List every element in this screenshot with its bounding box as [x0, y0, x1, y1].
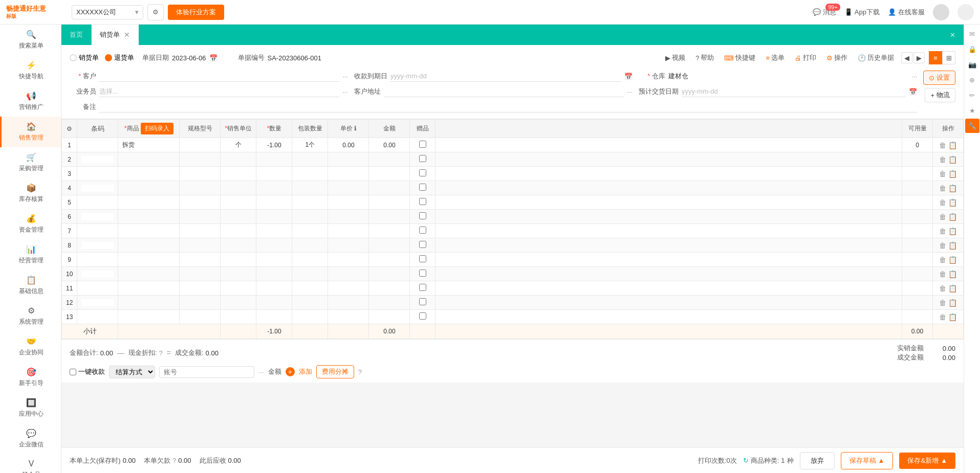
- row-spec[interactable]: [180, 167, 221, 181]
- row-amount[interactable]: [369, 253, 410, 267]
- row-barcode[interactable]: [77, 281, 118, 296]
- payment-due-calendar-icon[interactable]: 📅: [624, 73, 633, 80]
- save-new-button[interactable]: 保存&新增 ▲: [899, 453, 955, 469]
- row-amount[interactable]: [369, 224, 410, 238]
- row-product[interactable]: [118, 167, 180, 181]
- row-copy-btn[interactable]: 📋: [948, 155, 957, 164]
- row-gift[interactable]: [410, 181, 435, 195]
- company-selector[interactable]: XXXXXX公司 ▾: [72, 5, 143, 19]
- sidebar-item-quick-nav[interactable]: ⚡ 快捷导航: [0, 55, 61, 86]
- row-amount[interactable]: [369, 195, 410, 210]
- row-unit[interactable]: [221, 195, 256, 210]
- scan-button[interactable]: 扫码录入: [141, 123, 173, 134]
- row-barcode[interactable]: [77, 267, 118, 281]
- sidebar-item-inventory[interactable]: 📦 库存核算: [0, 178, 61, 209]
- right-panel-lock-btn[interactable]: 🔒: [965, 42, 979, 56]
- row-amount[interactable]: [369, 167, 410, 181]
- sidebar-item-search[interactable]: 🔍 搜索菜单: [0, 25, 61, 55]
- address-dots[interactable]: ···: [627, 88, 633, 96]
- row-pkg-qty[interactable]: [292, 296, 328, 310]
- sidebar-item-operations[interactable]: 📊 经营管理: [0, 239, 61, 270]
- row-product[interactable]: 拆货: [118, 138, 180, 152]
- row-unit[interactable]: [221, 152, 256, 167]
- discard-button[interactable]: 放弃: [800, 452, 835, 469]
- row-pkg-qty[interactable]: [292, 167, 328, 181]
- row-delete-btn[interactable]: 🗑: [939, 256, 946, 264]
- row-spec[interactable]: [180, 152, 221, 167]
- row-barcode[interactable]: [77, 181, 118, 195]
- row-spec[interactable]: [180, 253, 221, 267]
- row-gift[interactable]: [410, 296, 435, 310]
- row-amount[interactable]: [369, 310, 410, 324]
- row-delete-btn[interactable]: 🗑: [939, 241, 946, 250]
- row-spec[interactable]: [180, 238, 221, 253]
- row-pkg-qty[interactable]: [292, 181, 328, 195]
- help-btn[interactable]: ? 帮助: [692, 52, 717, 64]
- row-qty[interactable]: [256, 267, 292, 281]
- online-service-button[interactable]: 👤 在线客服: [888, 8, 925, 17]
- row-copy-btn[interactable]: 📋: [948, 198, 957, 207]
- row-price[interactable]: [328, 267, 369, 281]
- avatar2[interactable]: [957, 4, 974, 20]
- row-qty[interactable]: [256, 152, 292, 167]
- row-price[interactable]: [328, 281, 369, 296]
- tab-home[interactable]: 首页: [61, 25, 92, 45]
- row-copy-btn[interactable]: 📋: [948, 227, 957, 235]
- view-list-btn[interactable]: ≡: [929, 51, 942, 64]
- nav-prev[interactable]: ◀: [901, 52, 912, 63]
- customer-address-input[interactable]: [384, 86, 624, 97]
- tab-close-right[interactable]: ✕: [942, 25, 964, 45]
- message-button[interactable]: 💬 消息 99+: [813, 8, 836, 17]
- row-unit[interactable]: [221, 253, 256, 267]
- delivery-date-input[interactable]: [682, 86, 906, 97]
- row-barcode[interactable]: [77, 296, 118, 310]
- row-pkg-qty[interactable]: 1个: [292, 138, 328, 152]
- settings-icon[interactable]: ⚙: [147, 4, 164, 20]
- row-spec[interactable]: [180, 310, 221, 324]
- row-spec[interactable]: [180, 210, 221, 224]
- settings-button[interactable]: ⊙ 设置: [923, 71, 955, 85]
- row-qty[interactable]: [256, 310, 292, 324]
- row-qty[interactable]: [256, 281, 292, 296]
- owed-help-icon[interactable]: ?: [172, 457, 176, 464]
- row-qty[interactable]: [256, 238, 292, 253]
- select-btn[interactable]: ≡ 选单: [763, 52, 788, 64]
- row-amount[interactable]: [369, 210, 410, 224]
- row-unit[interactable]: [221, 210, 256, 224]
- view-grid-btn[interactable]: ⊞: [942, 51, 955, 64]
- row-gift[interactable]: [410, 224, 435, 238]
- row-unit[interactable]: [221, 238, 256, 253]
- logistics-button[interactable]: + 物流: [925, 88, 955, 102]
- row-barcode[interactable]: [77, 195, 118, 210]
- row-delete-btn[interactable]: 🗑: [939, 213, 946, 221]
- sidebar-item-marketing[interactable]: 📢 营销推广: [0, 86, 61, 117]
- row-product[interactable]: [118, 267, 180, 281]
- row-spec[interactable]: [180, 195, 221, 210]
- row-price[interactable]: [328, 167, 369, 181]
- row-gift[interactable]: [410, 281, 435, 296]
- payment-due-input[interactable]: [390, 71, 621, 82]
- salesperson-input[interactable]: [99, 86, 339, 97]
- row-product[interactable]: [118, 310, 180, 324]
- row-unit[interactable]: [221, 181, 256, 195]
- row-product[interactable]: [118, 224, 180, 238]
- row-spec[interactable]: [180, 138, 221, 152]
- row-unit[interactable]: [221, 267, 256, 281]
- app-download-button[interactable]: 📱 App下载: [844, 8, 880, 17]
- row-delete-btn[interactable]: 🗑: [939, 170, 946, 178]
- row-gift[interactable]: [410, 138, 435, 152]
- row-delete-btn[interactable]: 🗑: [939, 155, 946, 164]
- row-qty[interactable]: [256, 181, 292, 195]
- refresh-icon[interactable]: ↻: [743, 457, 749, 464]
- row-unit[interactable]: [221, 167, 256, 181]
- row-barcode[interactable]: [77, 210, 118, 224]
- row-copy-btn[interactable]: 📋: [948, 213, 957, 221]
- salesperson-dots[interactable]: ···: [342, 88, 348, 96]
- customer-input[interactable]: [99, 71, 339, 82]
- sidebar-item-member[interactable]: V 畅会员: [0, 454, 61, 473]
- row-delete-btn[interactable]: 🗑: [939, 227, 946, 235]
- warehouse-dots[interactable]: ···: [911, 73, 917, 80]
- row-unit[interactable]: 个: [221, 138, 256, 152]
- row-qty[interactable]: [256, 195, 292, 210]
- row-copy-btn[interactable]: 📋: [948, 141, 957, 149]
